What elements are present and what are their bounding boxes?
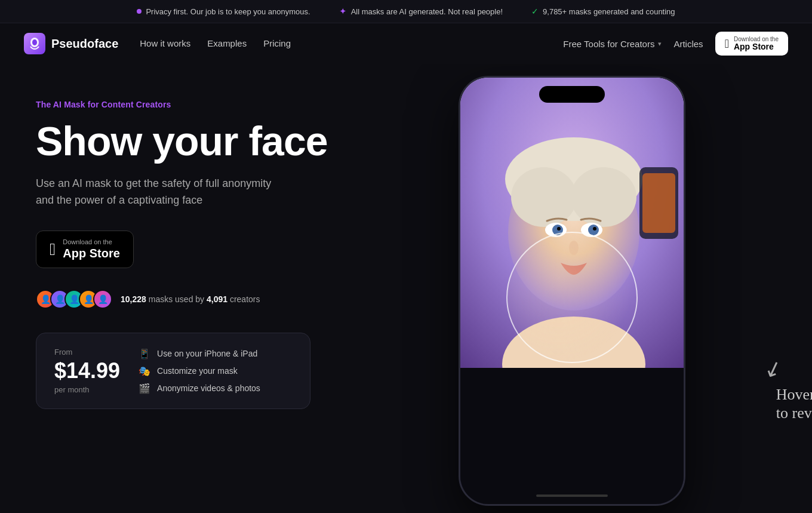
hover-arrow-icon: ↙ xyxy=(760,354,786,384)
hero-title: Show your face xyxy=(36,120,423,162)
nav-item-examples: Examples xyxy=(207,38,247,49)
phone-wrapper xyxy=(459,76,709,513)
svg-point-10 xyxy=(557,227,561,231)
apple-icon:  xyxy=(725,37,729,51)
avatar-group: 👤 👤 👤 👤 👤 xyxy=(36,290,112,309)
phone-bottom-area xyxy=(460,368,684,504)
social-creators-label: creators xyxy=(230,294,260,304)
feature-customize-label: Customize your mask xyxy=(157,366,238,376)
appstore-main-text: Download on the App Store xyxy=(63,238,120,260)
mask-icon: 🎭 xyxy=(138,365,151,377)
pricing-from-label: From xyxy=(54,348,120,357)
feature-anonymize-label: Anonymize videos & photos xyxy=(157,383,260,393)
phone-screen xyxy=(460,78,684,504)
logo-text: Pseudoface xyxy=(51,37,118,51)
face-circle-overlay xyxy=(506,232,638,363)
chevron-down-icon: ▾ xyxy=(658,40,662,48)
phone-mockup xyxy=(459,76,685,506)
hero-right: ↙ Hover to reveal xyxy=(447,64,812,513)
hero-left: The AI Mask for Content Creators Show yo… xyxy=(0,64,447,513)
pricing-features: 📱 Use on your iPhone & iPad 🎭 Customize … xyxy=(138,348,260,394)
sparkle-icon: ✦ xyxy=(339,6,347,17)
svg-point-1 xyxy=(32,39,37,45)
hero-subtitle-line2: and the power of a captivating face xyxy=(36,194,202,206)
free-tools-label: Free Tools for Creators xyxy=(563,39,654,49)
hover-line1: Hover xyxy=(776,386,812,403)
topbar: Privacy first. Our job is to keep you an… xyxy=(0,0,812,23)
video-icon: 🎬 xyxy=(138,383,151,394)
nav-link-how-it-works[interactable]: How it works xyxy=(140,38,190,48)
nav-link-pricing[interactable]: Pricing xyxy=(263,38,291,48)
topbar-privacy: Privacy first. Our job is to keep you an… xyxy=(137,7,310,16)
hero-tagline: The AI Mask for Content Creators xyxy=(36,100,423,109)
topbar-privacy-text: Privacy first. Our job is to keep you an… xyxy=(146,7,310,16)
appstore-main-button[interactable]:  Download on the App Store xyxy=(36,231,134,268)
phone-notch xyxy=(539,86,605,103)
topbar-ai: ✦ All masks are AI generated. Not real p… xyxy=(339,6,503,17)
social-creator-count: 4,091 xyxy=(207,294,227,304)
avatar-5: 👤 xyxy=(93,290,112,309)
appstore-nav-button[interactable]:  Download on the App Store xyxy=(715,32,788,56)
nav-item-how: How it works xyxy=(140,38,190,49)
topbar-ai-text: All masks are AI generated. Not real peo… xyxy=(351,7,503,16)
check-icon: ✓ xyxy=(531,7,539,16)
social-proof: 👤 👤 👤 👤 👤 10,228 masks used by 4,091 cre… xyxy=(36,290,423,309)
feature-customize: 🎭 Customize your mask xyxy=(138,365,260,377)
download-on-label: Download on the xyxy=(63,238,120,246)
hover-line2: to reveal xyxy=(776,404,812,422)
topbar-count-text: 9,785+ masks generated and counting xyxy=(543,7,675,16)
hero-subtitle: Use an AI mask to get the safety of full… xyxy=(36,176,322,209)
svg-point-6 xyxy=(511,167,577,227)
feature-iphone: 📱 Use on your iPhone & iPad xyxy=(138,348,260,360)
pricing-amount: $14.99 xyxy=(54,359,120,383)
navbar: Pseudoface How it works Examples Pricing… xyxy=(0,23,812,64)
feature-iphone-label: Use on your iPhone & iPad xyxy=(157,349,257,358)
hero-subtitle-line1: Use an AI mask to get the safety of full… xyxy=(36,177,271,189)
logo-icon xyxy=(24,33,45,54)
social-mask-count: 10,228 xyxy=(121,294,146,304)
apple-big-icon:  xyxy=(50,240,56,259)
appstore-text-wrap: Download on the App Store xyxy=(734,36,779,51)
appstore-big-text: App Store xyxy=(734,42,779,51)
nav-item-pricing: Pricing xyxy=(263,38,291,49)
iphone-icon: 📱 xyxy=(138,348,151,360)
nav-link-examples[interactable]: Examples xyxy=(207,38,247,48)
home-indicator xyxy=(536,494,608,497)
articles-link[interactable]: Articles xyxy=(673,39,703,49)
pricing-card: From $14.99 per month 📱 Use on your iPho… xyxy=(36,333,310,409)
social-stats-text: 10,228 masks used by 4,091 creators xyxy=(121,294,260,304)
svg-rect-16 xyxy=(642,173,675,233)
free-tools-button[interactable]: Free Tools for Creators ▾ xyxy=(563,39,662,49)
svg-point-7 xyxy=(571,167,636,227)
logo-link[interactable]: Pseudoface xyxy=(24,33,118,54)
feature-anonymize: 🎬 Anonymize videos & photos xyxy=(138,383,260,394)
pricing-left: From $14.99 per month xyxy=(54,348,120,394)
pricing-period: per month xyxy=(54,385,120,394)
hover-reveal-annotation: ↙ Hover to reveal xyxy=(764,357,812,422)
app-store-label: App Store xyxy=(63,246,120,260)
topbar-count: ✓ 9,785+ masks generated and counting xyxy=(531,7,675,16)
hero-section: The AI Mask for Content Creators Show yo… xyxy=(0,64,812,513)
hover-reveal-text: Hover to reveal xyxy=(776,385,812,422)
svg-point-13 xyxy=(593,227,596,231)
navbar-left: Pseudoface How it works Examples Pricing xyxy=(24,33,291,54)
nav-links: How it works Examples Pricing xyxy=(140,38,291,49)
privacy-dot xyxy=(137,9,142,14)
navbar-right: Free Tools for Creators ▾ Articles  Dow… xyxy=(563,32,788,56)
social-masks-used: masks used by xyxy=(149,294,204,304)
